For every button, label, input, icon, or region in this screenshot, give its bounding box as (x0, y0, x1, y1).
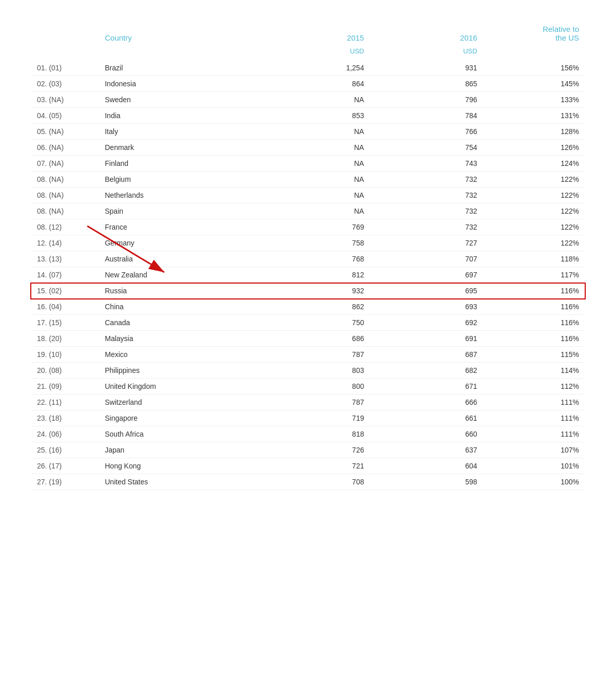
val2016-cell: 784 (370, 108, 483, 124)
val2015-cell: 932 (257, 283, 370, 299)
rank-cell: 26. (17) (31, 458, 99, 474)
relative-cell: 128% (484, 124, 585, 140)
relative-usd (484, 46, 585, 60)
val2015-cell: NA (257, 203, 370, 219)
val2015-cell: 818 (257, 426, 370, 442)
country-cell: Australia (99, 251, 257, 267)
val2015-cell: NA (257, 172, 370, 187)
rank-cell: 08. (NA) (31, 187, 99, 203)
country-cell: Indonesia (99, 76, 257, 92)
val2015-cell: 1,254 (257, 60, 370, 76)
relative-cell: 116% (484, 331, 585, 347)
country-cell: United Kingdom (99, 379, 257, 395)
val2016-cell: 682 (370, 363, 483, 379)
table-row: 02. (03)Indonesia864865145% (31, 76, 585, 92)
relative-cell: 156% (484, 60, 585, 76)
table-row: 23. (18)Singapore719661111% (31, 410, 585, 426)
val2015-cell: NA (257, 140, 370, 156)
relative-cell: 122% (484, 219, 585, 235)
relative-cell: 111% (484, 426, 585, 442)
header-row: Country 2015 2016 Relative to the US (31, 21, 585, 46)
val2016-cell: 693 (370, 299, 483, 315)
country-cell: United States (99, 474, 257, 490)
table-container: Country 2015 2016 Relative to the US USD… (31, 21, 585, 490)
relative-cell: 114% (484, 363, 585, 379)
table-row: 12. (14)Germany758727122% (31, 235, 585, 251)
col2015-header: 2015 (257, 21, 370, 46)
rank-cell: 16. (04) (31, 299, 99, 315)
val2016-cell: 666 (370, 395, 483, 410)
val2016-cell: 732 (370, 172, 483, 187)
relative-cell: 126% (484, 140, 585, 156)
table-row: 05. (NA)ItalyNA766128% (31, 124, 585, 140)
relative-cell: 112% (484, 379, 585, 395)
usd-row: USD USD (31, 46, 585, 60)
table-row: 22. (11)Switzerland787666111% (31, 395, 585, 410)
rank-cell: 17. (15) (31, 315, 99, 331)
relative-cell: 118% (484, 251, 585, 267)
table-row: 01. (01)Brazil1,254931156% (31, 60, 585, 76)
rank-cell: 12. (14) (31, 235, 99, 251)
rank-cell: 01. (01) (31, 60, 99, 76)
val2015-cell: 862 (257, 299, 370, 315)
val2016-cell: 931 (370, 60, 483, 76)
table-row: 21. (09)United Kingdom800671112% (31, 379, 585, 395)
relative-cell: 122% (484, 235, 585, 251)
country-cell: India (99, 108, 257, 124)
relative-cell: 145% (484, 76, 585, 92)
rank-cell: 03. (NA) (31, 92, 99, 108)
table-row: 20. (08)Philippines803682114% (31, 363, 585, 379)
table-row: 19. (10)Mexico787687115% (31, 347, 585, 363)
val2016-cell: 671 (370, 379, 483, 395)
val2016-cell: 766 (370, 124, 483, 140)
val2015-cell: NA (257, 124, 370, 140)
table-row: 14. (07)New Zealand812697117% (31, 267, 585, 283)
val2015-cell: 800 (257, 379, 370, 395)
val2016-cell: 637 (370, 442, 483, 458)
val2015-cell: NA (257, 92, 370, 108)
country-cell: Singapore (99, 410, 257, 426)
val2016-cell: 604 (370, 458, 483, 474)
country-cell: Malaysia (99, 331, 257, 347)
relative-cell: 107% (484, 442, 585, 458)
rank-cell: 02. (03) (31, 76, 99, 92)
val2016-cell: 707 (370, 251, 483, 267)
val2016-cell: 598 (370, 474, 483, 490)
val2015-cell: 787 (257, 347, 370, 363)
relative-cell: 131% (484, 108, 585, 124)
table-row: 03. (NA)SwedenNA796133% (31, 92, 585, 108)
rank-cell: 06. (NA) (31, 140, 99, 156)
country-usd (99, 46, 257, 60)
relative-cell: 115% (484, 347, 585, 363)
table-row: 27. (19)United States708598100% (31, 474, 585, 490)
table-row: 16. (04)China862693116% (31, 299, 585, 315)
val2015-cell: 787 (257, 395, 370, 410)
val2015-cell: 750 (257, 315, 370, 331)
val2016-cell: 732 (370, 187, 483, 203)
rank-cell: 19. (10) (31, 347, 99, 363)
val2016-cell: 732 (370, 203, 483, 219)
rank-cell: 25. (16) (31, 442, 99, 458)
table-body: 01. (01)Brazil1,254931156%02. (03)Indone… (31, 60, 585, 490)
country-cell: Germany (99, 235, 257, 251)
val2015-cell: 853 (257, 108, 370, 124)
val2015-cell: 769 (257, 219, 370, 235)
val2016-cell: 660 (370, 426, 483, 442)
rank-usd (31, 46, 99, 60)
val2016-cell: 687 (370, 347, 483, 363)
val2015-cell: 719 (257, 410, 370, 426)
rank-cell: 15. (02) (31, 283, 99, 299)
table-row: 07. (NA)FinlandNA743124% (31, 156, 585, 172)
country-cell: Finland (99, 156, 257, 172)
val2016-cell: 796 (370, 92, 483, 108)
country-cell: Canada (99, 315, 257, 331)
table-row: 08. (NA)BelgiumNA732122% (31, 172, 585, 187)
col2015-usd: USD (257, 46, 370, 60)
country-cell: Denmark (99, 140, 257, 156)
rank-cell: 08. (NA) (31, 203, 99, 219)
table-row: 25. (16)Japan726637107% (31, 442, 585, 458)
table-row: 17. (15)Canada750692116% (31, 315, 585, 331)
val2015-cell: 803 (257, 363, 370, 379)
table-row: 06. (NA)DenmarkNA754126% (31, 140, 585, 156)
val2016-cell: 697 (370, 267, 483, 283)
